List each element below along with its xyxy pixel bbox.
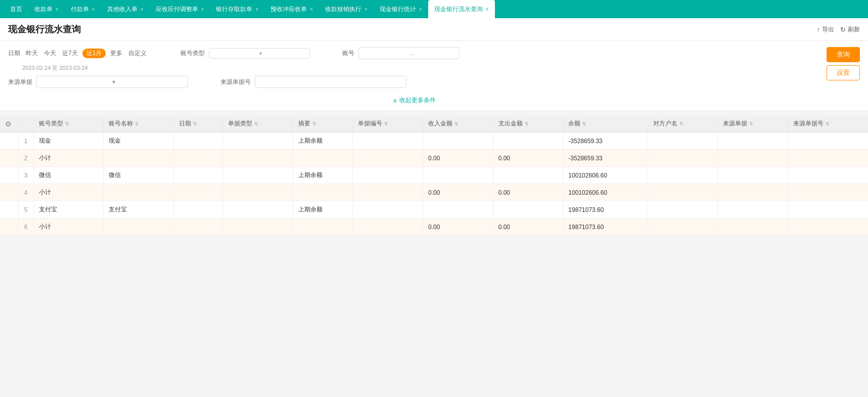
account-no-dots[interactable]: ... (409, 50, 455, 57)
td-account-type: 支付宝 (33, 201, 104, 218)
nav-tab-yinhangcunqu[interactable]: 银行存取款单 × (210, 0, 264, 18)
date-custom[interactable]: 自定义 (127, 49, 148, 58)
td-cell (0, 201, 18, 218)
td-balance: 100102606.60 (563, 167, 648, 184)
nav-tab-liushuichaxun[interactable]: 现金银行流水查询 × (428, 0, 495, 18)
collapse-label: 收起更多条件 (399, 96, 436, 105)
td-expense: 0.00 (493, 184, 563, 201)
td-doc-no (353, 167, 423, 184)
th-source-doc[interactable]: 来源单据⇅ (718, 115, 788, 133)
nav-tab-xianjinyinhang[interactable]: 现金银行统计 × (374, 0, 428, 18)
date-1month[interactable]: 近1月 (82, 49, 106, 58)
table-body: 1现金现金上期余额-3528659.332小计0.000.00-3528659.… (0, 133, 868, 236)
export-button[interactable]: ↑ 导出 (817, 25, 835, 34)
nav-tab-qitashouruda[interactable]: 其他收入单 × (101, 0, 150, 18)
td-doc-type (223, 201, 293, 218)
filter-account-type-group: 账号类型 ▾ (180, 48, 310, 59)
nav-tab-shoukundan[interactable]: 收款单 × (28, 0, 65, 18)
refresh-button[interactable]: ↻ 刷新 (840, 25, 860, 34)
nav-home[interactable]: 首页 (4, 0, 28, 18)
td-source-doc (718, 133, 788, 150)
filter-source-doc-group: 来源单据 ▾ (8, 76, 188, 88)
th-date[interactable]: 日期⇅ (173, 115, 223, 133)
td-counterparty (648, 133, 718, 150)
th-doc-type[interactable]: 单据类型⇅ (223, 115, 293, 133)
sort-icon: ⇅ (454, 121, 459, 126)
close-icon[interactable]: × (92, 7, 95, 12)
collapse-bar[interactable]: ∧ 收起更多条件 (8, 93, 820, 105)
close-icon[interactable]: × (56, 7, 59, 12)
th-counterparty[interactable]: 对方户名⇅ (648, 115, 718, 133)
tab-label: 付款单 (71, 5, 89, 14)
chevron-down-icon-2: ▾ (112, 78, 184, 85)
nav-tab-yushouzhang[interactable]: 预收冲应收单 × (264, 0, 319, 18)
close-icon[interactable]: × (364, 7, 368, 12)
td-balance: -3528659.33 (563, 133, 648, 150)
td-expense: 0.00 (493, 150, 563, 167)
date-today[interactable]: 今天 (42, 49, 58, 58)
tab-label: 银行存取款单 (216, 5, 252, 14)
filter-row-1: 日期 昨天 今天 近7天 近1月 更多 自定义 账号类型 ▾ (8, 47, 820, 59)
td-cell (0, 150, 18, 167)
source-doc-num-input[interactable] (255, 76, 406, 88)
sort-icon: ⇅ (749, 121, 753, 126)
settings-button[interactable]: 设置 (827, 65, 860, 80)
td-account-name (104, 184, 174, 201)
close-icon[interactable]: × (486, 7, 489, 12)
td-date (173, 201, 223, 218)
filter-row-2: 来源单据 ▾ 来源单据号 (8, 76, 820, 88)
th-expense[interactable]: 支出金额⇅ (493, 115, 563, 133)
date-more[interactable]: 更多 (109, 49, 124, 58)
filter-main: 日期 昨天 今天 近7天 近1月 更多 自定义 账号类型 ▾ (8, 47, 860, 105)
tab-label: 现金银行流水查询 (434, 5, 483, 14)
td-balance: -3528659.33 (563, 150, 648, 167)
account-no-select[interactable]: ... (358, 47, 460, 59)
td-income (423, 167, 493, 184)
export-icon: ↑ (817, 26, 820, 33)
td-cell (0, 167, 18, 184)
nav-tab-yingshoutiaozheng[interactable]: 应收应付调整单 × (150, 0, 210, 18)
td-doc-type (223, 167, 293, 184)
td-index: 1 (18, 133, 33, 150)
close-icon[interactable]: × (419, 7, 422, 12)
td-expense (493, 201, 563, 218)
th-balance[interactable]: 余额⇅ (563, 115, 648, 133)
table-row: 3微信微信上期余额100102606.60 (0, 167, 868, 184)
td-cell (0, 133, 18, 150)
close-icon[interactable]: × (255, 7, 258, 12)
refresh-label: 刷新 (848, 25, 860, 34)
td-source-doc (718, 218, 788, 236)
date-range-display: 2023-02-24 至 2023-03-24 (22, 65, 88, 71)
filter-date-group: 日期 昨天 今天 近7天 近1月 更多 自定义 (8, 49, 148, 58)
td-account-name (104, 218, 174, 236)
td-doc-type (223, 133, 293, 150)
th-source-doc-no[interactable]: 来源单据号⇅ (788, 115, 868, 133)
source-doc-select[interactable]: ▾ (36, 76, 188, 88)
top-navigation: 首页 收款单 × 付款单 × 其他收入单 × 应收应付调整单 × 银行存取款单 … (0, 0, 868, 18)
td-doc-no (353, 184, 423, 201)
close-icon[interactable]: × (201, 7, 204, 12)
nav-tab-shoukuanhexiao[interactable]: 收款核销执行 × (319, 0, 374, 18)
collapse-up-icon: ∧ (393, 97, 397, 104)
th-account-type[interactable]: 账号类型⇅ (33, 115, 104, 133)
td-counterparty (648, 201, 718, 218)
close-icon[interactable]: × (141, 7, 144, 12)
td-source-doc-no (788, 184, 868, 201)
th-income[interactable]: 收入金额⇅ (423, 115, 493, 133)
query-button[interactable]: 查询 (827, 47, 860, 62)
date-7days[interactable]: 近7天 (61, 49, 79, 58)
account-type-select[interactable]: ▾ (209, 48, 310, 59)
th-summary[interactable]: 摘要⇅ (293, 115, 353, 133)
th-account-name[interactable]: 账号名称⇅ (104, 115, 174, 133)
sort-icon: ⇅ (65, 121, 69, 126)
close-icon[interactable]: × (310, 7, 313, 12)
td-source-doc-no (788, 150, 868, 167)
th-doc-no[interactable]: 单据编号⇅ (353, 115, 423, 133)
date-yesterday[interactable]: 昨天 (24, 49, 39, 58)
td-account-type: 小计 (33, 150, 104, 167)
data-table: ⚙ 账号类型⇅ 账号名称⇅ 日期⇅ 单据类型⇅ 摘要⇅ (0, 115, 868, 236)
td-date (173, 133, 223, 150)
nav-tab-fukundan[interactable]: 付款单 × (65, 0, 101, 18)
td-index: 5 (18, 201, 33, 218)
gear-icon[interactable]: ⚙ (5, 120, 12, 128)
